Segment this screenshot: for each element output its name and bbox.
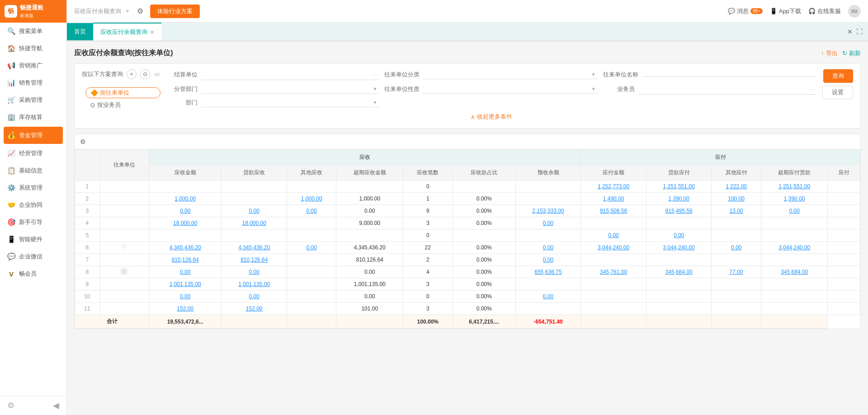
user-avatar[interactable]: Rit	[848, 5, 861, 18]
tab-close-window-icon[interactable]: ✕	[847, 28, 853, 35]
online-service-button[interactable]: 🎧 在线客服	[808, 7, 841, 15]
sidebar-item-purchase[interactable]: 🛒 采购管理	[0, 91, 66, 109]
row-ar-loan[interactable]	[222, 229, 287, 242]
dept-manager-input[interactable]: ▼	[201, 85, 380, 94]
row-ap-overdue[interactable]	[761, 291, 828, 303]
row-ar-loan[interactable]: 0.00	[222, 266, 287, 278]
row-ap-other[interactable]	[712, 303, 761, 315]
row-ar-loan[interactable]: 0.00	[222, 291, 287, 303]
sidebar-collapse-icon[interactable]: ◀	[53, 401, 59, 410]
filter-scheme-button[interactable]: ⊙	[140, 69, 150, 79]
sidebar-item-inventory[interactable]: 🏢 库存核算	[0, 109, 66, 126]
row-ap-loan[interactable]: 345,684.00	[646, 266, 712, 278]
row-ar-other[interactable]	[287, 291, 336, 303]
row-ap-other[interactable]	[712, 254, 761, 266]
row-prepaid[interactable]: 0.00	[515, 291, 581, 303]
row-ap-overdue[interactable]: 0.00	[761, 205, 828, 217]
partner-name-input[interactable]	[642, 73, 817, 77]
row-ap-other[interactable]: 77.00	[712, 266, 761, 278]
row-ar-loan[interactable]: 18,000.00	[222, 217, 287, 229]
row-ap-loan[interactable]	[646, 291, 712, 303]
row-ar-amount[interactable]: 152.00	[149, 303, 222, 315]
sidebar-item-operation[interactable]: 📈 经营管理	[0, 145, 66, 162]
sidebar-item-basic-info[interactable]: 📋 基础信息	[0, 162, 66, 179]
row-ar-other[interactable]: 1,000.00	[287, 193, 336, 205]
row-prepaid[interactable]: 655,636.75	[515, 266, 581, 278]
row-ap-overdue[interactable]: 1,251,551.00	[761, 181, 828, 193]
row-ap-amount[interactable]: 1,252,773.00	[581, 181, 646, 193]
row-prepaid[interactable]	[515, 303, 581, 315]
row-ap-overdue[interactable]	[761, 254, 828, 266]
row-ap-loan[interactable]	[646, 254, 712, 266]
department-input[interactable]: ▼	[201, 98, 380, 107]
sidebar-item-search-menu[interactable]: 🔍 搜索菜单	[0, 23, 66, 40]
row-ar-amount[interactable]	[149, 181, 222, 193]
filter-collapse-icon[interactable]: ≪	[154, 71, 160, 78]
sidebar-item-smart-hw[interactable]: 📱 智能硬件	[0, 231, 66, 248]
row-ar-other[interactable]: 0.00	[287, 242, 336, 254]
table-settings-icon[interactable]: ⚙	[80, 138, 86, 145]
row-prepaid[interactable]: 0.00	[515, 242, 581, 254]
row-ar-amount[interactable]: 810,126.64	[149, 254, 222, 266]
salesperson-input[interactable]: ···	[638, 84, 817, 95]
row-ar-loan[interactable]: 0.00	[222, 205, 287, 217]
row-ar-other[interactable]	[287, 278, 336, 291]
tab-ar-ap-query[interactable]: 应收应付余额查询 ✕	[93, 23, 161, 41]
row-ar-amount[interactable]: 0.00	[149, 266, 222, 278]
row-ap-amount[interactable]	[581, 278, 646, 291]
row-ap-other[interactable]: 13.00	[712, 205, 761, 217]
scheme-by-business[interactable]: ⊙ 按业务员	[85, 100, 160, 110]
row-ap-amount[interactable]	[581, 303, 646, 315]
row-ar-other[interactable]	[287, 266, 336, 278]
row-ar-loan[interactable]: 810,126.64	[222, 254, 287, 266]
row-ar-other[interactable]	[287, 217, 336, 229]
sidebar-item-sales[interactable]: 📊 销售管理	[0, 74, 66, 91]
row-ap-amount[interactable]	[581, 254, 646, 266]
settings-button[interactable]: 设置	[822, 86, 853, 99]
row-ar-loan[interactable]	[222, 193, 287, 205]
row-ap-other[interactable]: 0.00	[712, 242, 761, 254]
row-ap-amount[interactable]	[581, 217, 646, 229]
row-ap-other[interactable]: 100.00	[712, 193, 761, 205]
row-ap-loan[interactable]	[646, 217, 712, 229]
settlement-unit-input[interactable]: ···	[201, 69, 380, 80]
row-ap-amount[interactable]: 345,761.00	[581, 266, 646, 278]
row-prepaid[interactable]: 0.00	[515, 254, 581, 266]
row-ar-amount[interactable]: 4,345,436.20	[149, 242, 222, 254]
notification-button[interactable]: 💬 消息 99+	[728, 7, 763, 15]
row-ar-loan[interactable]	[222, 181, 287, 193]
row-ap-loan[interactable]	[646, 278, 712, 291]
row-ap-amount[interactable]: 3,044,240.00	[581, 242, 646, 254]
row-prepaid[interactable]	[515, 181, 581, 193]
row-ap-other[interactable]	[712, 291, 761, 303]
row-ar-other[interactable]	[287, 303, 336, 315]
row-ap-overdue[interactable]	[761, 217, 828, 229]
row-prepaid[interactable]	[515, 229, 581, 242]
partner-category-input[interactable]: ▼	[423, 70, 598, 79]
row-ap-loan[interactable]: 1,251,551.00	[646, 181, 712, 193]
row-ap-overdue[interactable]	[761, 278, 828, 291]
sidebar-item-enterprise[interactable]: 🤝 企业协同	[0, 196, 66, 214]
sidebar-item-quick-nav[interactable]: 🏠 快捷导航	[0, 40, 66, 57]
row-ap-other[interactable]	[712, 229, 761, 242]
row-ar-loan[interactable]: 4,345,436.20	[222, 242, 287, 254]
partner-nature-input[interactable]: ▼	[423, 85, 598, 94]
filter-add-button[interactable]: +	[127, 69, 137, 79]
row-ap-overdue[interactable]	[761, 229, 828, 242]
row-ap-loan[interactable]: 0.00	[646, 229, 712, 242]
tab-home[interactable]: 首页	[67, 23, 93, 40]
refresh-button[interactable]: ↻ 刷新	[842, 49, 861, 57]
row-ar-amount[interactable]: 18,000.00	[149, 217, 222, 229]
trial-button[interactable]: 体验行业方案	[150, 5, 200, 18]
row-ap-loan[interactable]: 915,495.56	[646, 205, 712, 217]
row-ar-amount[interactable]: 1,001,135.00	[149, 278, 222, 291]
row-ap-amount[interactable]: 915,508.56	[581, 205, 646, 217]
sidebar-item-marketing[interactable]: 📢 营销推广	[0, 57, 66, 74]
sidebar-item-vip[interactable]: V 畅会员	[0, 265, 66, 282]
row-ar-other[interactable]	[287, 254, 336, 266]
row-ar-other[interactable]	[287, 181, 336, 193]
row-ar-loan[interactable]: 152.00	[222, 303, 287, 315]
filter-collapse-row[interactable]: ∧ 收起更多条件	[166, 111, 817, 123]
row-ap-other[interactable]	[712, 217, 761, 229]
row-ap-loan[interactable]	[646, 303, 712, 315]
